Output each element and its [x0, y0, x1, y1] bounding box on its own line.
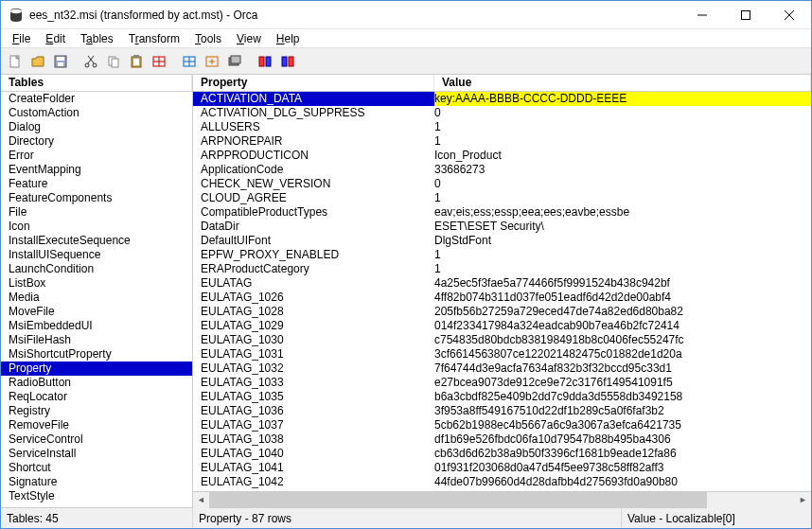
titlebar[interactable]: ees_nt32.msi (transformed by act.mst) - … — [1, 1, 811, 29]
property-row[interactable]: EULATAG4a25ec5f3fae5a774466f5f9991524b43… — [193, 276, 811, 291]
svg-rect-30 — [289, 57, 293, 66]
scroll-right-icon[interactable]: ► — [795, 492, 811, 508]
property-row[interactable]: DataDirESET\ESET Security\ — [193, 220, 811, 234]
table-row[interactable]: ListBox — [1, 276, 192, 291]
menu-view[interactable]: View — [229, 30, 269, 47]
properties-pane: Property Value ACTIVATION_DATAkey:AAAA-B… — [193, 75, 811, 507]
menu-edit[interactable]: Edit — [38, 30, 73, 47]
menu-tables[interactable]: Tables — [73, 30, 121, 47]
tables-list[interactable]: CreateFolderCustomActionDialogDirectoryE… — [1, 92, 192, 507]
tables-header[interactable]: Tables — [1, 75, 192, 92]
property-name: DataDir — [193, 220, 434, 234]
table-row[interactable]: LaunchCondition — [1, 262, 192, 276]
property-row[interactable]: ARPPRODUCTICONIcon_Product — [193, 149, 811, 163]
property-row[interactable]: ACTIVATION_DLG_SUPPRESS0 — [193, 106, 811, 120]
scroll-track[interactable] — [209, 492, 795, 508]
table-row[interactable]: Error — [1, 149, 192, 163]
table-row[interactable]: MsiShortcutProperty — [1, 347, 192, 361]
property-row[interactable]: EULATAG_1040cb63d6d62b38a9b50f3396cf1681… — [193, 447, 811, 461]
table-row[interactable]: EventMapping — [1, 163, 192, 177]
property-row[interactable]: CHECK_NEW_VERSION0 — [193, 177, 811, 191]
table-row[interactable]: MsiFileHash — [1, 333, 192, 347]
error-table-icon[interactable] — [149, 51, 169, 72]
table-row[interactable]: Feature — [1, 177, 192, 191]
property-row[interactable]: EULATAG_10313cf6614563807ce122021482475c… — [193, 347, 811, 361]
table-row[interactable]: FeatureComponents — [1, 191, 192, 205]
table-row[interactable]: ServiceInstall — [1, 447, 192, 461]
table-row[interactable]: Signature — [1, 475, 192, 489]
property-row[interactable]: ARPNOREPAIR1 — [193, 134, 811, 149]
table-row[interactable]: ServiceControl — [1, 432, 192, 447]
menubar: File Edit Tables Transform Tools View He… — [1, 29, 811, 48]
property-row[interactable]: EULATAG_104244fde07b99660d4d28dafbb4d275… — [193, 475, 811, 489]
table-row[interactable]: CustomAction — [1, 106, 192, 120]
property-row[interactable]: ERAProductCategory1 — [193, 262, 811, 276]
horizontal-scrollbar[interactable]: ◄ ► — [193, 491, 811, 507]
save-icon[interactable] — [50, 51, 71, 72]
menu-transform[interactable]: Transform — [121, 30, 187, 47]
col-header-property[interactable]: Property — [193, 75, 434, 91]
property-row[interactable]: EULATAG_10363f953a8ff549167510d22df1b289… — [193, 404, 811, 418]
table-row[interactable]: TextStyle — [1, 489, 192, 503]
table-row[interactable]: Property — [1, 361, 192, 376]
property-row[interactable]: EULATAG_1035b6a3cbdf825e409b2dd7c9dda3d5… — [193, 390, 811, 404]
property-row[interactable]: EULATAG_10264ff82b074b311d037fe051eadf6d… — [193, 291, 811, 305]
property-row[interactable]: EULATAG_1030c754835d80bdcb8381984918b8c0… — [193, 333, 811, 347]
paste-icon[interactable] — [126, 51, 147, 72]
menu-file[interactable]: File — [5, 30, 38, 47]
maximize-button[interactable] — [724, 1, 768, 29]
minimize-button[interactable] — [680, 1, 724, 29]
property-row[interactable]: EULATAG_1029014f233417984a324eadcab90b7e… — [193, 319, 811, 333]
table-row[interactable]: Shortcut — [1, 461, 192, 475]
properties-grid[interactable]: ACTIVATION_DATAkey:AAAA-BBBB-CCCC-DDDD-E… — [193, 92, 811, 491]
copy-icon[interactable] — [103, 51, 124, 72]
table-row[interactable]: Dialog — [1, 120, 192, 134]
table-row[interactable]: InstallUISequence — [1, 248, 192, 262]
table-row[interactable]: File — [1, 205, 192, 220]
property-row[interactable]: ApplicationCode33686273 — [193, 163, 811, 177]
table-row[interactable]: Icon — [1, 220, 192, 234]
property-row[interactable]: EPFW_PROXY_ENABLED1 — [193, 248, 811, 262]
col-header-value[interactable]: Value — [434, 75, 811, 91]
table-row[interactable]: Directory — [1, 134, 192, 149]
property-row[interactable]: EULATAG_10375cb62b1988ec4b5667a6c9a3067a… — [193, 418, 811, 432]
import-icon[interactable] — [224, 51, 245, 72]
property-row[interactable]: ACTIVATION_DATAkey:AAAA-BBBB-CCCC-DDDD-E… — [193, 92, 811, 106]
property-row[interactable]: EULATAG_104101f931f203068d0a47d54f5ee973… — [193, 461, 811, 475]
transform-new-icon[interactable] — [255, 51, 275, 72]
svg-rect-2 — [742, 10, 750, 19]
property-row[interactable]: CompatibleProductTypeseav;eis;ess;essp;e… — [193, 205, 811, 220]
property-value: ESET\ESET Security\ — [434, 220, 811, 234]
table-name: Registry — [1, 404, 192, 418]
menu-tools[interactable]: Tools — [187, 30, 229, 47]
svg-point-12 — [93, 63, 97, 67]
property-row[interactable]: EULATAG_1033e27bcea9073de912ce9e72c3176f… — [193, 376, 811, 390]
table-row[interactable]: CreateFolder — [1, 92, 192, 106]
transform-apply-icon[interactable] — [277, 51, 298, 72]
property-row[interactable]: CLOUD_AGREE1 — [193, 191, 811, 205]
property-row[interactable]: ALLUSERS1 — [193, 120, 811, 134]
table-row[interactable]: MoveFile — [1, 305, 192, 319]
property-row[interactable]: EULATAG_1038df1b69e526fbdc06fa10d79547b8… — [193, 432, 811, 447]
table-row[interactable]: RadioButton — [1, 376, 192, 390]
cut-icon[interactable] — [80, 51, 101, 72]
scroll-left-icon[interactable]: ◄ — [193, 492, 209, 508]
table-row[interactable]: MsiEmbeddedUI — [1, 319, 192, 333]
table-row[interactable]: InstallExecuteSequence — [1, 234, 192, 248]
open-icon[interactable] — [27, 51, 48, 72]
validation-icon[interactable] — [179, 51, 200, 72]
close-button[interactable] — [768, 1, 811, 29]
table-row[interactable]: Media — [1, 291, 192, 305]
table-name: File — [1, 205, 192, 220]
property-row[interactable]: EULATAG_1028205fb56b27259a729eced47de74a… — [193, 305, 811, 319]
table-name: Feature — [1, 177, 192, 191]
table-row[interactable]: RemoveFile — [1, 418, 192, 432]
table-row[interactable]: ReqLocator — [1, 390, 192, 404]
property-row[interactable]: DefaultUIFontDlgStdFont — [193, 234, 811, 248]
export-icon[interactable] — [202, 51, 222, 72]
menu-help[interactable]: Help — [269, 30, 308, 47]
table-row[interactable]: Registry — [1, 404, 192, 418]
scroll-thumb[interactable] — [209, 492, 707, 508]
property-row[interactable]: EULATAG_10327f64744d3e9acfa7634af832b3f3… — [193, 361, 811, 376]
new-icon[interactable] — [5, 51, 26, 72]
